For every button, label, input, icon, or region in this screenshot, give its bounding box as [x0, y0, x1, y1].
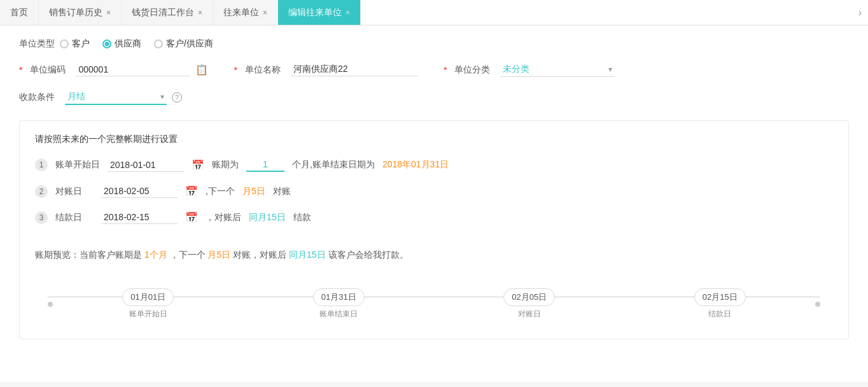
payment-help-icon[interactable]: ?: [172, 92, 182, 102]
setting-num-2: 2: [35, 185, 48, 198]
settings-title: 请按照未来的一个完整帐期进行设置: [35, 134, 833, 145]
reconcile-prefix: ,下一个: [206, 186, 235, 197]
page-content: 单位类型 客户 供应商 客户/供应商 * 单位编码 📋 * 单位名称: [0, 25, 868, 382]
preview-highlight-2: 月5日: [207, 250, 230, 260]
tabs-bar: 首页 销售订单历史 × 钱货日清工作台 × 往来单位 × 编辑往来单位 × ›: [0, 0, 868, 25]
close-sales-history-icon[interactable]: ×: [106, 8, 111, 17]
unit-code-input[interactable]: [76, 63, 190, 76]
tab-expand-btn[interactable]: ›: [852, 0, 868, 25]
radio-supplier-circle: [102, 39, 111, 48]
payment-date-calendar-icon[interactable]: 📅: [185, 211, 198, 223]
payment-date-input[interactable]: [101, 211, 178, 224]
timeline-node-2: 01月31日 账单结束日: [313, 288, 365, 320]
payment-date-highlight: 同月15日: [249, 212, 286, 223]
timeline-node-1: 01月01日 账单开始日: [122, 288, 174, 320]
node-1-bubble: 01月01日: [122, 288, 174, 306]
tab-partner-label: 往来单位: [223, 7, 259, 18]
radio-customer-supplier-circle: [154, 39, 163, 48]
close-cash-work-icon[interactable]: ×: [198, 8, 202, 17]
close-partner-icon[interactable]: ×: [263, 8, 267, 17]
unit-code-label: 单位编码: [30, 64, 66, 76]
preview-mid2: 对账，对账后: [233, 250, 286, 260]
unit-category-group: * 单位分类 未分类 ▾: [444, 62, 615, 77]
unit-code-group: * 单位编码 📋: [19, 63, 208, 76]
payment-value: 月结: [67, 91, 160, 102]
node-1-label: 账单开始日: [129, 309, 167, 320]
tab-edit-partner-label: 编辑往来单位: [288, 7, 342, 18]
preview-mid1: ，下一个: [170, 250, 206, 260]
settings-card: 请按照未来的一个完整帐期进行设置 1 账单开始日 📅 账期为 个月,账单结束日期…: [19, 120, 849, 339]
radio-customer-label: 客户: [72, 38, 90, 50]
timeline-node-3: 02月05日 对账日: [503, 288, 555, 320]
unit-category-value: 未分类: [503, 64, 605, 75]
setting-row-3: 3 结款日 📅 ，对账后 同月15日 结款: [35, 211, 833, 224]
timeline-end-dot: [815, 302, 820, 307]
code-required: *: [19, 65, 22, 75]
radio-supplier-label: 供应商: [115, 38, 141, 50]
tab-cash-work-label: 钱货日清工作台: [132, 7, 194, 18]
code-copy-icon[interactable]: 📋: [195, 64, 208, 76]
node-4-label: 结款日: [708, 309, 731, 320]
tab-partner[interactable]: 往来单位 ×: [213, 0, 278, 25]
unit-type-row: 单位类型 客户 供应商 客户/供应商: [19, 38, 849, 50]
preview-highlight-1: 1个月: [144, 250, 167, 260]
unit-category-label: 单位分类: [454, 64, 490, 76]
node-4-bubble: 02月15日: [694, 288, 746, 306]
reconcile-suffix: 对账: [273, 186, 291, 197]
setting-label-2: 对账日: [55, 186, 94, 197]
unit-type-radio-group: 客户 供应商 客户/供应商: [60, 38, 213, 50]
setting-row-1: 1 账单开始日 📅 账期为 个月,账单结束日期为 2018年01月31日: [35, 158, 833, 172]
setting-label-1: 账单开始日: [55, 159, 100, 171]
payment-chevron-icon: ▾: [160, 92, 164, 101]
tab-sales-history[interactable]: 销售订单历史 ×: [39, 0, 122, 25]
payment-prefix: ，对账后: [206, 212, 241, 223]
unit-name-label: 单位名称: [245, 64, 281, 76]
setting-num-3: 3: [35, 211, 48, 224]
name-required: *: [234, 65, 237, 75]
radio-customer-supplier-label: 客户/供应商: [166, 38, 213, 50]
unit-category-select[interactable]: 未分类 ▾: [500, 62, 615, 77]
unit-name-input[interactable]: [291, 63, 418, 76]
unit-info-row: * 单位编码 📋 * 单位名称 * 单位分类 未分类 ▾: [19, 62, 849, 77]
tab-edit-partner[interactable]: 编辑往来单位 ×: [278, 0, 361, 25]
preview-section: 账期预览：当前客户账期是 1个月 ，下一个 月5日 对账，对账后 同月15日 该…: [35, 237, 833, 326]
setting-num-1: 1: [35, 158, 48, 171]
payment-suffix: 结款: [293, 212, 311, 223]
preview-after: 该客户会给我打款。: [328, 250, 409, 260]
reconcile-date-calendar-icon[interactable]: 📅: [185, 185, 198, 197]
node-3-label: 对账日: [518, 309, 541, 320]
payment-select[interactable]: 月结 ▾: [65, 90, 167, 105]
radio-customer-circle: [60, 39, 69, 48]
node-2-bubble: 01月31日: [313, 288, 365, 306]
category-required: *: [444, 65, 447, 75]
tab-home-label: 首页: [10, 7, 28, 18]
tab-cash-work[interactable]: 钱货日清工作台 ×: [122, 0, 213, 25]
reconcile-highlight: 月5日: [242, 186, 265, 197]
radio-supplier[interactable]: 供应商: [102, 38, 141, 50]
start-date-input[interactable]: [108, 158, 184, 172]
radio-customer[interactable]: 客户: [60, 38, 90, 50]
preview-label: 账期预览：当前客户账期是: [35, 250, 142, 260]
reconcile-date-input[interactable]: [101, 185, 178, 198]
tab-home[interactable]: 首页: [0, 0, 39, 25]
category-chevron-icon: ▾: [608, 65, 612, 74]
timeline-wrapper: 01月01日 账单开始日 01月31日 账单结束日 02月05日 对账日: [35, 282, 833, 326]
unit-type-label: 单位类型: [19, 38, 55, 50]
payment-label: 收款条件: [19, 92, 55, 103]
node-3-bubble: 02月05日: [503, 288, 555, 306]
setting-label-3: 结款日: [55, 212, 94, 223]
timeline-node-4: 02月15日 结款日: [694, 288, 746, 320]
start-date-calendar-icon[interactable]: 📅: [192, 159, 204, 171]
end-date-highlight: 2018年01月31日: [382, 159, 449, 171]
timeline-start-dot: [48, 302, 53, 307]
radio-customer-supplier[interactable]: 客户/供应商: [154, 38, 213, 50]
setting-row-2: 2 对账日 📅 ,下一个 月5日 对账: [35, 185, 833, 198]
node-2-label: 账单结束日: [319, 309, 358, 320]
tab-sales-history-label: 销售订单历史: [49, 7, 102, 18]
period-input[interactable]: [246, 158, 284, 172]
unit-name-group: * 单位名称: [234, 63, 417, 76]
close-edit-partner-icon[interactable]: ×: [346, 8, 350, 17]
period-suffix: 个月,账单结束日期为: [292, 159, 375, 171]
period-prefix: 账期为: [212, 159, 239, 171]
preview-highlight-3: 同月15日: [289, 250, 326, 260]
